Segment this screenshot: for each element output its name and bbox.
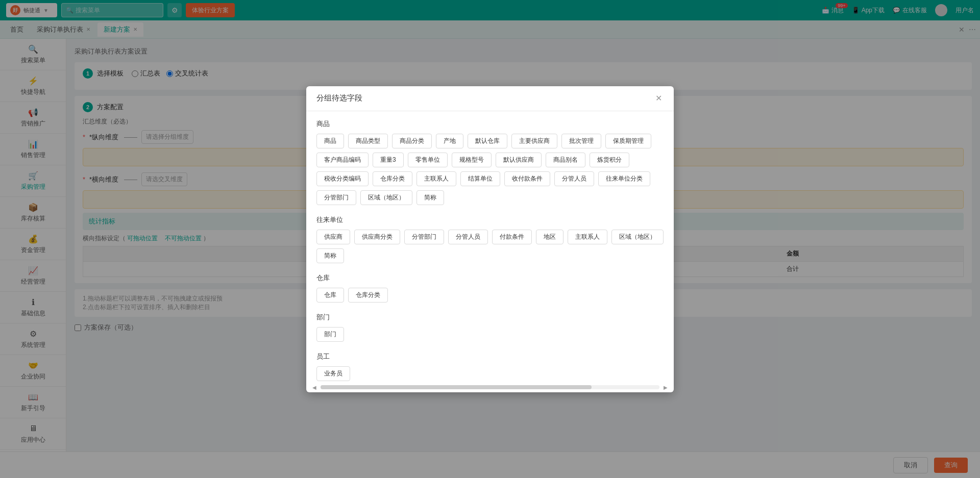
field-section-partner: 往来单位 供应商 供应商分类 分管部门 分管人员 付款条件 地区 主联系人 区域… [316, 215, 664, 263]
field-tags-department: 部门 [316, 327, 664, 342]
field-tag[interactable]: 收付款条件 [504, 171, 550, 186]
field-tag[interactable]: 重量3 [373, 153, 404, 167]
field-tag[interactable]: 主联系人 [568, 230, 607, 244]
field-selection-modal: 分组待选字段 ✕ 商品 商品 商品类型 商品分类 产地 默认仓库 主要供应商 批… [306, 86, 674, 392]
field-tag[interactable]: 往来单位分类 [598, 171, 650, 186]
h-scroll-track[interactable] [321, 385, 659, 389]
field-section-employee: 员工 业务员 [316, 352, 664, 381]
field-tag[interactable]: 业务员 [316, 366, 350, 381]
field-tag[interactable]: 结算单位 [460, 171, 500, 186]
section-title-department: 部门 [316, 313, 664, 322]
field-tag[interactable]: 商品 [316, 134, 344, 148]
field-tag[interactable]: 仓库 [316, 288, 344, 303]
modal-h-scrollbar[interactable]: ◀ ▶ [306, 383, 674, 392]
modal-close-button[interactable]: ✕ [653, 93, 664, 104]
scroll-right-icon[interactable]: ▶ [662, 385, 670, 390]
field-tag[interactable]: 默认供应商 [496, 153, 542, 167]
field-tag[interactable]: 批次管理 [561, 134, 601, 148]
field-tag[interactable]: 分管人员 [448, 230, 488, 244]
modal-title: 分组待选字段 [316, 93, 362, 103]
field-tag[interactable]: 分管部门 [316, 190, 356, 205]
field-tag[interactable]: 简称 [316, 248, 344, 263]
field-section-department: 部门 部门 [316, 313, 664, 342]
section-title-goods: 商品 [316, 119, 664, 129]
field-tag[interactable]: 仓库分类 [348, 288, 388, 303]
field-tag[interactable]: 炼货积分 [590, 153, 629, 167]
modal-overlay[interactable]: 分组待选字段 ✕ 商品 商品 商品类型 商品分类 产地 默认仓库 主要供应商 批… [0, 0, 980, 478]
field-tag[interactable]: 税收分类编码 [316, 171, 369, 186]
field-tag[interactable]: 商品别名 [546, 153, 585, 167]
field-tag[interactable]: 默认仓库 [468, 134, 507, 148]
field-tag[interactable]: 分管人员 [554, 171, 594, 186]
field-tag[interactable]: 供应商 [316, 230, 350, 244]
field-section-goods: 商品 商品 商品类型 商品分类 产地 默认仓库 主要供应商 批次管理 保质期管理… [316, 119, 664, 205]
field-tag[interactable]: 保质期管理 [605, 134, 651, 148]
field-tag[interactable]: 主联系人 [416, 171, 456, 186]
field-section-warehouse: 仓库 仓库 仓库分类 [316, 273, 664, 303]
h-scroll-thumb[interactable] [321, 385, 592, 389]
field-tag[interactable]: 商品类型 [348, 134, 388, 148]
field-tag[interactable]: 零售单位 [408, 153, 448, 167]
modal-header: 分组待选字段 ✕ [306, 86, 674, 111]
field-tag[interactable]: 产地 [436, 134, 463, 148]
field-tag[interactable]: 地区 [536, 230, 564, 244]
field-tag[interactable]: 规格型号 [452, 153, 492, 167]
field-tag[interactable]: 区域（地区） [360, 190, 412, 205]
field-tag[interactable]: 简称 [416, 190, 444, 205]
field-tag[interactable]: 供应商分类 [354, 230, 400, 244]
field-tag[interactable]: 商品分类 [392, 134, 432, 148]
field-tag[interactable]: 分管部门 [404, 230, 444, 244]
field-tags-employee: 业务员 [316, 366, 664, 381]
field-tags-warehouse: 仓库 仓库分类 [316, 288, 664, 303]
section-title-partner: 往来单位 [316, 215, 664, 224]
field-tag[interactable]: 付款条件 [492, 230, 532, 244]
field-tag[interactable]: 仓库分类 [373, 171, 412, 186]
field-tags-partner: 供应商 供应商分类 分管部门 分管人员 付款条件 地区 主联系人 区域（地区） … [316, 230, 664, 263]
section-title-employee: 员工 [316, 352, 664, 361]
modal-body: 商品 商品 商品类型 商品分类 产地 默认仓库 主要供应商 批次管理 保质期管理… [306, 111, 674, 383]
field-tag[interactable]: 主要供应商 [511, 134, 557, 148]
section-title-warehouse: 仓库 [316, 273, 664, 283]
field-tags-goods: 商品 商品类型 商品分类 产地 默认仓库 主要供应商 批次管理 保质期管理 客户… [316, 134, 664, 205]
field-tag[interactable]: 部门 [316, 327, 344, 342]
field-tag[interactable]: 客户商品编码 [316, 153, 369, 167]
scroll-left-icon[interactable]: ◀ [310, 385, 318, 390]
field-tag[interactable]: 区域（地区） [611, 230, 664, 244]
